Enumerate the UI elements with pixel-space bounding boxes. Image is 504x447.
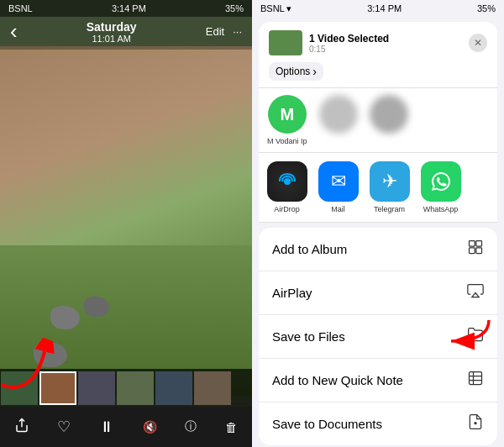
action-icon-add-album — [467, 239, 484, 260]
svg-rect-3 — [470, 241, 475, 247]
thumb-6[interactable] — [194, 371, 231, 405]
mute-button[interactable]: 🔇 — [138, 415, 162, 439]
video-info: 1 Video Selected 0:15 — [309, 33, 469, 54]
contact-avatar-blurred-2 — [370, 95, 408, 134]
edit-button[interactable]: Edit — [206, 25, 224, 38]
airdrop-label: AirDrop — [274, 205, 300, 213]
right-status-bar: BSNL ▾ 3:14 PM 35% — [252, 0, 504, 17]
svg-point-13 — [474, 422, 476, 424]
app-mail[interactable]: ✉ Mail — [315, 161, 361, 213]
contact-avatar-m: M — [268, 95, 307, 134]
svg-marker-7 — [472, 293, 479, 297]
app-whatsapp[interactable]: WhatsApp — [417, 161, 464, 213]
action-label-quick-note: Add to New Quick Note — [272, 373, 403, 387]
share-header: 1 Video Selected 0:15 ✕ Options — [259, 22, 497, 88]
svg-rect-4 — [476, 241, 482, 247]
date-subtitle: 11:01 AM — [87, 34, 137, 44]
bottom-toolbar: ♡ ⏸ 🔇 ⓘ 🗑 — [0, 407, 252, 447]
header-actions: Edit ··· — [206, 25, 242, 38]
contact-blurred-2[interactable] — [370, 95, 408, 137]
airdrop-icon — [267, 161, 307, 202]
right-time: 3:14 PM — [367, 3, 402, 13]
contact-m-vodani[interactable]: M M Vodani Ip — [267, 95, 307, 145]
svg-rect-5 — [470, 248, 475, 254]
video-thumbnail-small — [269, 30, 302, 55]
action-label-add-album: Add to Album — [272, 242, 347, 256]
action-icon-save-docs — [467, 413, 484, 434]
thumb-5[interactable] — [155, 371, 192, 405]
selected-label: 1 Video Selected — [309, 33, 469, 45]
mail-label: Mail — [331, 205, 345, 213]
contact-name-m: M Vodani Ip — [267, 137, 307, 145]
contacts-row: M M Vodani Ip — [259, 88, 497, 153]
whatsapp-icon — [421, 161, 461, 202]
apps-row: AirDrop ✉ Mail ✈ Telegram WhatsApp — [259, 153, 497, 223]
svg-rect-6 — [476, 248, 482, 254]
right-panel: BSNL ▾ 3:14 PM 35% 1 Video Selected 0:15… — [252, 0, 504, 447]
left-panel: BSNL 3:14 PM 35% ‹ Saturday 11:01 AM Edi… — [0, 0, 252, 447]
left-status-bar: BSNL 3:14 PM 35% — [0, 0, 252, 17]
action-save-to-files[interactable]: Save to Files — [259, 315, 497, 359]
telegram-icon: ✈ — [370, 161, 410, 202]
telegram-label: Telegram — [374, 205, 405, 213]
whatsapp-label: WhatsApp — [423, 205, 459, 213]
date-info: Saturday 11:01 AM — [87, 20, 137, 44]
action-icon-airplay — [467, 282, 484, 303]
close-button[interactable]: ✕ — [469, 34, 487, 52]
cat-1 — [50, 306, 80, 329]
action-save-to-documents[interactable]: Save to Documents — [259, 402, 497, 445]
date-title: Saturday — [87, 20, 137, 34]
action-label-save-files: Save to Files — [272, 329, 345, 344]
thumb-3[interactable] — [78, 371, 115, 405]
action-label-airplay: AirPlay — [272, 286, 312, 300]
thumb-4[interactable] — [117, 371, 154, 405]
duration-label: 0:15 — [309, 45, 469, 54]
share-header-row: 1 Video Selected 0:15 ✕ — [269, 30, 487, 55]
action-label-save-docs: Save to Documents — [272, 417, 382, 431]
action-add-quick-note[interactable]: Add to New Quick Note — [259, 359, 497, 402]
right-carrier: BSNL ▾ — [260, 3, 291, 14]
back-button[interactable]: ‹ — [10, 18, 18, 45]
more-button[interactable]: ··· — [233, 25, 242, 38]
action-airplay[interactable]: AirPlay — [259, 271, 497, 315]
carrier-signal: BSNL — [8, 3, 33, 13]
left-battery: 35% — [225, 3, 244, 13]
heart-button[interactable]: ♡ — [52, 413, 76, 441]
cat-2 — [84, 297, 109, 317]
options-button[interactable]: Options — [269, 62, 323, 81]
svg-rect-9 — [470, 372, 482, 385]
share-button[interactable] — [9, 413, 34, 441]
app-telegram[interactable]: ✈ Telegram — [366, 161, 412, 213]
left-time: 3:14 PM — [112, 3, 146, 13]
share-sheet: 1 Video Selected 0:15 ✕ Options M M Voda… — [252, 17, 504, 447]
svg-point-2 — [284, 178, 291, 185]
contact-blurred-1[interactable] — [319, 95, 358, 137]
action-icon-quick-note — [467, 370, 484, 391]
right-battery: 35% — [477, 3, 496, 13]
delete-button[interactable]: 🗑 — [220, 415, 243, 439]
contact-avatar-blurred-1 — [319, 95, 358, 134]
info-button[interactable]: ⓘ — [180, 414, 202, 439]
app-airdrop[interactable]: AirDrop — [264, 161, 310, 213]
action-add-to-album[interactable]: Add to Album — [259, 228, 497, 271]
mail-icon: ✉ — [318, 161, 359, 202]
action-list: Add to Album AirPlay — [259, 228, 497, 445]
pause-button[interactable]: ⏸ — [94, 413, 119, 441]
